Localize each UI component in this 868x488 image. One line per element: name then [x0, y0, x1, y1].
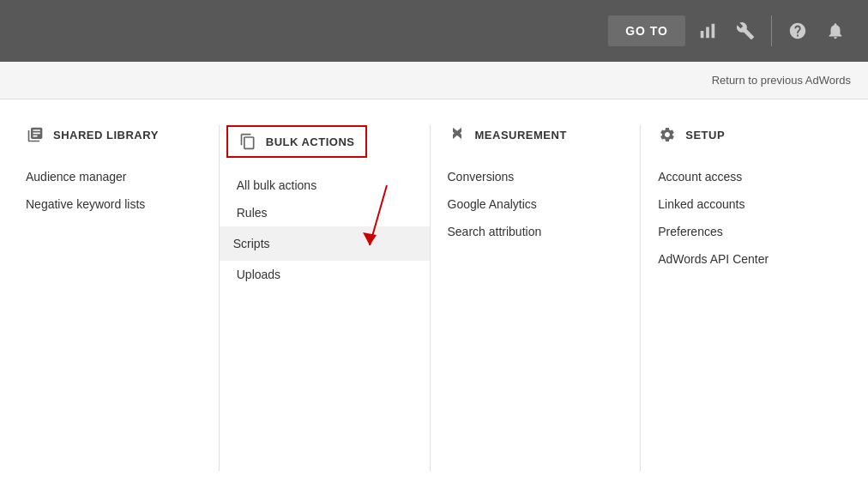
shared-library-title: SHARED LIBRARY: [53, 129, 159, 142]
setup-column: SETUP Account access Linked accounts Pre…: [641, 125, 851, 471]
account-access-link[interactable]: Account access: [658, 163, 834, 190]
shared-library-header: SHARED LIBRARY: [26, 125, 202, 144]
measurement-column: MEASUREMENT Conversions Google Analytics…: [431, 125, 642, 471]
return-bar: Return to previous AdWords: [0, 62, 868, 99]
bulk-actions-title: BULK ACTIONS: [266, 136, 355, 148]
setup-header: SETUP: [658, 125, 834, 144]
svg-rect-1: [706, 27, 709, 38]
rules-link[interactable]: Rules: [237, 199, 413, 226]
search-attribution-link[interactable]: Search attribution: [448, 218, 624, 245]
help-icon[interactable]: [782, 15, 813, 46]
reports-icon[interactable]: [692, 15, 723, 46]
bulk-actions-icon: [238, 132, 257, 151]
setup-title: SETUP: [685, 129, 725, 142]
all-bulk-actions-link[interactable]: All bulk actions: [237, 172, 413, 199]
goto-button[interactable]: GO TO: [608, 15, 685, 46]
svg-rect-0: [701, 31, 704, 38]
return-link[interactable]: Return to previous AdWords: [712, 74, 851, 87]
measurement-header: MEASUREMENT: [448, 125, 624, 144]
adwords-api-center-link[interactable]: AdWords API Center: [658, 245, 834, 273]
main-content: SHARED LIBRARY Audience manager Negative…: [0, 99, 868, 488]
preferences-link[interactable]: Preferences: [658, 218, 834, 245]
bulk-actions-column: BULK ACTIONS All bulk actions Rules Scri…: [220, 125, 431, 471]
tools-icon[interactable]: [730, 15, 761, 46]
linked-accounts-link[interactable]: Linked accounts: [658, 190, 834, 218]
setup-icon: [658, 125, 677, 144]
conversions-link[interactable]: Conversions: [448, 163, 624, 190]
scripts-link[interactable]: Scripts: [220, 226, 430, 261]
uploads-link[interactable]: Uploads: [237, 261, 413, 288]
bulk-actions-header-box: BULK ACTIONS: [226, 125, 367, 158]
measurement-title: MEASUREMENT: [475, 129, 567, 142]
nav-divider: [771, 15, 772, 46]
notifications-icon[interactable]: [820, 15, 851, 46]
measurement-icon: [448, 125, 467, 144]
negative-keyword-lists-link[interactable]: Negative keyword lists: [26, 190, 202, 218]
shared-library-icon: [26, 125, 45, 144]
shared-library-column: SHARED LIBRARY Audience manager Negative…: [17, 125, 220, 471]
svg-rect-2: [712, 24, 715, 39]
google-analytics-link[interactable]: Google Analytics: [448, 190, 624, 218]
audience-manager-link[interactable]: Audience manager: [26, 163, 202, 190]
bulk-actions-nav: All bulk actions Rules Scripts Uploads: [237, 172, 413, 288]
top-navigation-bar: GO TO: [0, 0, 868, 62]
